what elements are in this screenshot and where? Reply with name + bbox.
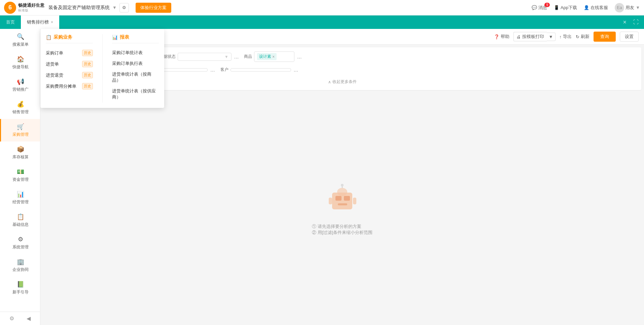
purchase-order-history-badge[interactable]: 历史 <box>82 50 93 56</box>
dropdown-item-purchase-order[interactable]: 采购订单 历史 <box>46 47 93 58</box>
customer-input[interactable] <box>230 68 291 72</box>
guide-icon: 📗 <box>17 281 24 288</box>
sidebar-item-quick-nav[interactable]: 🏠 快捷导航 <box>0 51 40 74</box>
sidebar-item-inventory[interactable]: 📦 库存核算 <box>0 141 40 164</box>
industry-solution-button[interactable]: 体验行业方案 <box>136 3 171 13</box>
status-dots[interactable]: ... <box>234 54 239 60</box>
purchase-order-label: 采购订单 <box>46 50 63 56</box>
refresh-icon: ↻ <box>576 34 579 39</box>
dropdown-item-goods-receipt-by-goods[interactable]: 进货单统计表（按商品） <box>112 69 159 86</box>
brand-sub: 标准版 <box>18 8 44 12</box>
tab-sales-rank-label: 销售排行榜 <box>27 19 49 25</box>
setting-button[interactable]: 设置 <box>620 32 639 42</box>
status-filter: 单据状态 ▼ ... <box>159 53 239 61</box>
salesman-dots[interactable]: ... <box>210 67 215 73</box>
title-dropdown-icon[interactable]: ▼ <box>112 5 117 10</box>
sidebar-item-search[interactable]: 🔍 搜索菜单 <box>0 29 40 51</box>
svg-rect-1 <box>335 196 342 201</box>
sidebar-item-finance[interactable]: 💵 资金管理 <box>0 164 40 187</box>
svg-point-8 <box>341 184 344 187</box>
goods-return-label: 进货退货 <box>46 72 63 78</box>
system-title: 装备及固定资产辅助管理系统 <box>48 5 110 11</box>
collapse-up-icon: ∧ <box>328 80 331 84</box>
tab-fullscreen-icon[interactable]: ⛶ <box>632 18 641 27</box>
sidebar-search-label: 搜索菜单 <box>12 42 29 47</box>
sidebar-collapse-button[interactable]: ◀ <box>27 315 31 322</box>
query-button[interactable]: 查询 <box>594 32 616 42</box>
refresh-button[interactable]: ↻ 刷新 <box>576 34 589 40</box>
status-select[interactable]: ▼ <box>178 53 231 61</box>
goods-receipt-history-badge[interactable]: 历史 <box>82 61 93 67</box>
dropdown-item-goods-receipt-by-supplier[interactable]: 进货单统计表（按供应商） <box>112 86 159 103</box>
goods-input[interactable]: 设计素 × <box>254 51 294 62</box>
marketing-icon: 📢 <box>17 78 24 85</box>
top-right-area: 💬 消息 9 📱 App下载 👤 在线客服 Ea 用友 ▼ <box>532 3 640 12</box>
sidebar-settings-button[interactable]: ⚙ <box>9 315 14 322</box>
print-icon: 🖨 <box>516 34 521 39</box>
goods-dots[interactable]: ... <box>297 54 301 60</box>
svg-rect-4 <box>329 198 332 204</box>
purchase-business-section: 📋 采购业务 采购订单 历史 进货单 历史 进货退货 历史 采购费用分摊单 历史 <box>46 34 93 103</box>
sidebar-item-marketing[interactable]: 📢 营销推广 <box>0 74 40 96</box>
help-button[interactable]: ❓ 帮助 <box>494 34 509 40</box>
status-select-wrapper: ▼ ... <box>178 53 239 61</box>
export-label: 导出 <box>563 34 572 40</box>
export-button[interactable]: ↑ 导出 <box>560 34 572 40</box>
goods-tag-label: 设计素 <box>259 54 271 59</box>
settings-gear-button[interactable]: ⚙ <box>119 3 129 12</box>
goods-receipt-by-goods-label: 进货单统计表（按商品） <box>112 71 159 83</box>
sidebar-item-basic[interactable]: 📋 基础信息 <box>0 209 40 232</box>
refresh-label: 刷新 <box>581 34 589 40</box>
dropdown-item-purchase-order-exec[interactable]: 采购订单执行表 <box>112 58 159 69</box>
customer-label: 客户 <box>220 67 228 73</box>
logo-text: 畅捷通好生意 标准版 <box>18 3 44 13</box>
dropdown-item-purchase-order-stat[interactable]: 采购订单统计表 <box>112 47 159 58</box>
print-dropdown-button[interactable]: ▼ <box>547 33 556 41</box>
tab-close-icon[interactable]: × <box>51 20 53 25</box>
goods-input-wrapper: 设计素 × ... <box>254 51 301 62</box>
dropdown-item-purchase-expense[interactable]: 采购费用分摊单 历史 <box>46 81 93 92</box>
goods-tag-close[interactable]: × <box>272 54 275 59</box>
sidebar-quick-nav-label: 快捷导航 <box>12 64 29 70</box>
sidebar-item-system[interactable]: ⚙ 系统管理 <box>0 232 40 254</box>
report-section-icon: 📊 <box>112 35 118 40</box>
message-button[interactable]: 💬 消息 9 <box>532 5 547 11</box>
export-icon: ↑ <box>560 34 562 39</box>
sales-icon: 💰 <box>17 100 24 108</box>
sidebar-sales-label: 销售管理 <box>12 109 29 115</box>
online-service-button[interactable]: 👤 在线客服 <box>584 5 608 11</box>
dropdown-item-goods-receipt[interactable]: 进货单 历史 <box>46 58 93 70</box>
sidebar-item-purchase[interactable]: 🛒 采购管理 <box>0 119 40 141</box>
tip1-bullet: ① <box>312 224 316 229</box>
collapse-label: 收起更多条件 <box>332 79 357 85</box>
purchase-expense-history-badge[interactable]: 历史 <box>82 83 93 89</box>
sidebar-footer: ⚙ ◀ <box>0 312 40 325</box>
sidebar-item-operations[interactable]: 📊 经营管理 <box>0 187 40 209</box>
sidebar-item-sales[interactable]: 💰 销售管理 <box>0 96 40 119</box>
sidebar-item-guide[interactable]: 📗 新手引导 <box>0 277 40 299</box>
goods-return-history-badge[interactable]: 历史 <box>82 72 93 78</box>
tab-sales-rank[interactable]: 销售排行榜 × <box>21 15 59 29</box>
svg-point-6 <box>337 188 347 196</box>
customer-dots[interactable]: ... <box>294 67 298 73</box>
purchase-dropdown-menu: 📋 采购业务 采购订单 历史 进货单 历史 进货退货 历史 采购费用分摊单 历史… <box>40 29 164 108</box>
goods-receipt-label: 进货单 <box>46 61 59 67</box>
purchase-expense-label: 采购费用分摊单 <box>46 83 76 89</box>
sidebar-system-label: 系统管理 <box>12 244 29 250</box>
app-download-button[interactable]: 📱 App下载 <box>554 5 577 11</box>
logo-area: 6 畅捷通好生意 标准版 <box>4 2 44 14</box>
operations-icon: 📊 <box>17 191 24 198</box>
sidebar-inventory-label: 库存核算 <box>12 154 29 160</box>
dropdown-item-goods-return[interactable]: 进货退货 历史 <box>46 70 93 81</box>
tab-home[interactable]: 首页 <box>0 15 21 29</box>
sidebar-item-enterprise[interactable]: 🏢 企业协同 <box>0 254 40 277</box>
help-label: 帮助 <box>501 34 509 40</box>
message-badge: 9 <box>544 3 550 7</box>
sidebar-operations-label: 经营管理 <box>12 199 29 205</box>
user-menu[interactable]: Ea 用友 ▼ <box>615 3 640 12</box>
tab-close-all-icon[interactable]: × <box>621 17 629 27</box>
print-button[interactable]: 🖨 按模板打印 <box>513 32 547 41</box>
print-button-group: 🖨 按模板打印 ▼ <box>513 32 556 41</box>
report-section-title: 📊 报表 <box>112 34 159 43</box>
user-label: 用友 <box>625 5 634 11</box>
